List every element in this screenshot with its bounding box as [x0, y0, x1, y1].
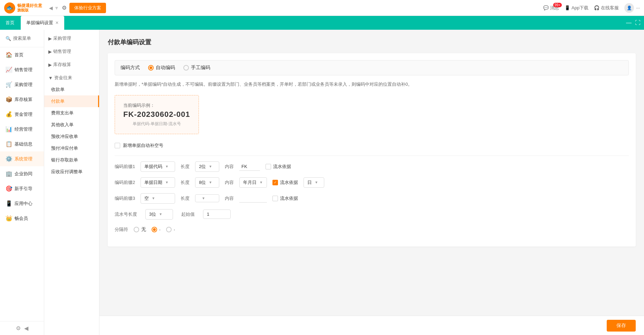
basic-icon: 📋 [6, 141, 12, 147]
online-service-btn[interactable]: 🎧 在线客服 [594, 5, 619, 11]
auto-fill-checkbox-row: 新增单据自动补空号 [115, 142, 629, 149]
sidebar-item-sales[interactable]: 📈 销售管理 [0, 62, 44, 77]
page-title: 付款单编码设置 [108, 38, 636, 46]
sub-menu-other-income[interactable]: 其他收入单 [44, 119, 99, 131]
sidebar-item-basic[interactable]: 📋 基础信息 [0, 137, 44, 151]
sub-group-inventory: ▶ 库存核算 [44, 59, 99, 71]
code-type-label: 编码方式 [121, 65, 140, 71]
content2-select[interactable]: 年月日 ▼ [239, 177, 267, 188]
save-button[interactable]: 保存 [607, 320, 636, 332]
sub-menu-bank[interactable]: 银行存取款单 [44, 154, 99, 166]
manual-code-radio[interactable]: 手工编码 [183, 65, 210, 71]
sub-menu-advance-recv[interactable]: 预收冲应收单 [44, 131, 99, 142]
sep-none-radio[interactable]: 无 [134, 226, 146, 233]
prefix1-arrow-icon: ▼ [165, 165, 169, 168]
tab-home[interactable]: 首页 [0, 16, 20, 30]
sub-group-sales-header[interactable]: ▶ 销售管理 [44, 46, 99, 57]
sep-dot-radio[interactable]: · [152, 227, 161, 232]
logo: 🐟 畅捷通好生意 旗舰版 [4, 2, 46, 13]
auto-fill-checkbox[interactable] [115, 143, 120, 148]
finance-icon: 💰 [6, 111, 12, 118]
length2-select[interactable]: 8位 ▼ [195, 177, 219, 188]
separator-options: 无 · · [134, 226, 175, 233]
save-bar: 保存 [99, 316, 644, 335]
sub-group-finance: ▼ 资金往来 收款单 付款单 费用支出单 其他收入单 预收冲应收单 预付冲应付单 [44, 72, 99, 178]
watermark2-period-select[interactable]: 日 ▼ [304, 177, 324, 188]
length3-arrow-icon: ▼ [202, 196, 205, 200]
sidebar-item-app[interactable]: 📱 应用中心 [0, 196, 44, 211]
footer-settings-icon[interactable]: ⚙ [16, 325, 21, 332]
sidebar-item-home[interactable]: 🏠 首页 [0, 47, 44, 62]
logo-icon: 🐟 [4, 2, 15, 13]
company-icon: 🏢 [6, 170, 12, 177]
sales-icon: 📈 [6, 66, 12, 73]
sub-group-purchase: ▶ 采购管理 [44, 32, 99, 44]
serial-length-arrow-icon: ▼ [159, 212, 162, 216]
prefix3-label: 编码前缀3 [115, 195, 135, 202]
nav-back-icon[interactable]: ◀ [49, 5, 53, 11]
sidebar-item-system[interactable]: ⚙️ 系统管理 [0, 151, 44, 166]
sidebar-item-member[interactable]: 👑 畅会员 [0, 211, 44, 226]
top-bar: 🐟 畅捷通好生意 旗舰版 ◀ ▼ ⚙ 体验行业方案 💬 消息 99+ 📱 App… [0, 0, 644, 16]
avatar: 👤 [624, 3, 634, 13]
watermark3-checkbox[interactable] [272, 196, 278, 201]
auto-code-radio-circle [148, 65, 154, 71]
sub-group-finance-header[interactable]: ▼ 资金往来 [44, 72, 99, 84]
settings-card: 编码方式 自动编码 手工编码 新增单据时，*单据编码*自动生成，不可编辑。前缀设… [108, 53, 636, 246]
watermark1-checkbox[interactable] [266, 164, 271, 169]
sep-dash-radio[interactable]: · [166, 227, 175, 232]
watermark2-checkbox[interactable]: ✓ [272, 180, 278, 185]
sep-dash-circle [166, 227, 172, 232]
content1-input[interactable] [239, 162, 260, 171]
length1-select[interactable]: 2位 ▼ [195, 161, 219, 172]
nav-forward-icon[interactable]: ▼ [54, 5, 59, 11]
auto-code-radio[interactable]: 自动编码 [148, 65, 175, 71]
message-btn[interactable]: 💬 消息 99+ [543, 5, 559, 11]
content1-label: 内容 [225, 164, 234, 170]
sidebar-item-newbie[interactable]: 🎯 新手引导 [0, 181, 44, 196]
separator-row: 分隔符 无 · · [115, 226, 629, 233]
prefix1-label: 编码前缀1 [115, 164, 135, 170]
logo-text: 畅捷通好生意 旗舰版 [17, 3, 42, 13]
sidebar-item-finance[interactable]: 💰 资金管理 [0, 107, 44, 122]
sub-menu-adjustment[interactable]: 应收应付调整单 [44, 166, 99, 178]
settings-icon[interactable]: ⚙ [62, 4, 67, 11]
sub-group-inventory-header[interactable]: ▶ 库存核算 [44, 59, 99, 71]
prefix3-row: 编码前缀3 空 ▼ 长度 ▼ 内容 流水依据 [115, 193, 629, 204]
sub-menu-expense[interactable]: 费用支出单 [44, 107, 99, 119]
sidebar: 🔍 搜索菜单 🏠 首页 📈 销售管理 🛒 采购管理 📦 库存核算 💰 资金管理 … [0, 30, 44, 335]
length3-select[interactable]: ▼ [195, 194, 219, 202]
content3-input[interactable] [239, 194, 267, 203]
serial-length-select[interactable]: 3位 ▼ [145, 209, 173, 220]
tab-maximize-icon[interactable]: ⛶ [635, 20, 641, 26]
sub-menu-receipt[interactable]: 收款单 [44, 84, 99, 95]
tab-close-icon[interactable]: ✕ [55, 20, 59, 25]
info-text: 新增单据时，*单据编码*自动生成，不可编辑。前缀设置为部门、业务员等档案类，开单… [115, 81, 629, 88]
sidebar-item-purchase[interactable]: 🛒 采购管理 [0, 77, 44, 92]
sidebar-item-inventory[interactable]: 📦 库存核算 [0, 92, 44, 107]
prefix3-select[interactable]: 空 ▼ [141, 193, 175, 204]
sub-menu-advance-pay[interactable]: 预付冲应付单 [44, 142, 99, 154]
search-menu-btn[interactable]: 🔍 搜索菜单 [3, 33, 41, 44]
prefix1-select[interactable]: 单据代码 ▼ [141, 161, 175, 172]
preview-desc: 单据代码-单据日期-流水号 [123, 121, 190, 127]
start-value-input[interactable] [203, 210, 231, 219]
prefix1-row: 编码前缀1 单据代码 ▼ 长度 2位 ▼ 内容 流水依据 [115, 161, 629, 172]
chevron-right-icon3: ▶ [48, 62, 52, 67]
footer-collapse-icon[interactable]: ◀ [24, 325, 28, 332]
app-download-btn[interactable]: 📱 App下载 [565, 5, 588, 11]
inventory-icon: 📦 [6, 96, 12, 103]
user-info[interactable]: 👤 ··· [624, 3, 640, 13]
tab-minimize-icon[interactable]: — [626, 20, 632, 26]
sub-menu-payment[interactable]: 付款单 [44, 95, 99, 107]
content3-label: 内容 [225, 195, 234, 202]
sidebar-item-operations[interactable]: 📊 经营管理 [0, 122, 44, 137]
prefix2-select[interactable]: 单据日期 ▼ [141, 177, 175, 188]
experience-btn[interactable]: 体验行业方案 [69, 3, 106, 13]
sub-group-purchase-header[interactable]: ▶ 采购管理 [44, 32, 99, 44]
length1-label: 长度 [181, 164, 190, 170]
prefix2-row: 编码前缀2 单据日期 ▼ 长度 8位 ▼ 内容 年月日 ▼ [115, 177, 629, 188]
sub-sidebar: ▶ 采购管理 ▶ 销售管理 ▶ 库存核算 ▼ 资金往来 收款单 [44, 30, 99, 335]
tab-encoding-settings[interactable]: 单据编码设置 ✕ [21, 16, 64, 30]
sidebar-item-company[interactable]: 🏢 企业协同 [0, 166, 44, 181]
